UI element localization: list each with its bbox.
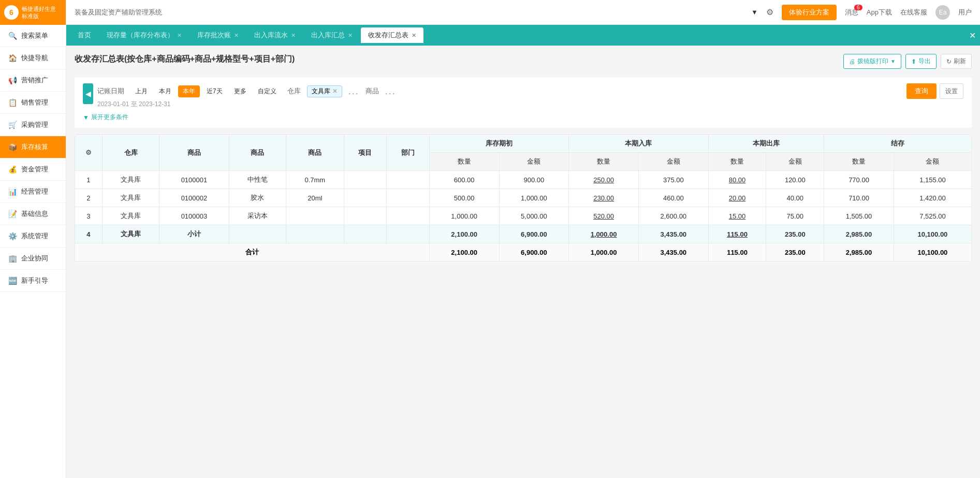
online-service-btn[interactable]: 在线客服 bbox=[900, 8, 927, 17]
row1-in-amt: 375.00 bbox=[638, 171, 708, 189]
app-download-btn[interactable]: App下载 bbox=[867, 8, 892, 17]
tab-home[interactable]: 首页 bbox=[70, 27, 98, 43]
row3-open-qty: 1,000.00 bbox=[429, 207, 499, 225]
sidebar-item-inventory[interactable]: 📦 库存核算 bbox=[0, 136, 66, 158]
tab-recv-send-summary[interactable]: 收发存汇总表 ✕ bbox=[361, 27, 423, 43]
row3-department bbox=[387, 207, 430, 225]
col-open-amt: 金额 bbox=[499, 153, 569, 171]
tab-batch-accounts-label: 库存批次账 bbox=[197, 31, 231, 40]
warehouse-label: 仓库 bbox=[287, 86, 301, 96]
expand-btn[interactable]: ▼ 展开更多条件 bbox=[83, 113, 963, 122]
sidebar-item-quicknav[interactable]: 🏠 快捷导航 bbox=[0, 47, 66, 69]
tab-close-icon[interactable]: ✕ bbox=[177, 32, 182, 39]
tab-inout-flow[interactable]: 出入库流水 ✕ bbox=[247, 27, 303, 43]
sidebar-item-search[interactable]: 🔍 搜索菜单 bbox=[0, 25, 66, 47]
date-btn-custom[interactable]: 自定义 bbox=[253, 85, 281, 97]
row2-open-qty: 500.00 bbox=[429, 189, 499, 207]
filter-row: 记账日期 上月 本月 本年 近7天 更多 自定义 仓库 文具库 ✕ bbox=[97, 83, 963, 99]
tab-batch-accounts[interactable]: 库存批次账 ✕ bbox=[190, 27, 246, 43]
subtotal-open-qty: 2,100.00 bbox=[429, 225, 499, 243]
row1-close-qty: 770.00 bbox=[824, 171, 894, 189]
row1-goods-name: 中性笔 bbox=[229, 171, 286, 189]
guide-icon: 🆕 bbox=[8, 277, 17, 285]
col-project: 项目 bbox=[344, 135, 387, 171]
row1-in-qty[interactable]: 250.00 bbox=[569, 171, 639, 189]
sidebar-item-operation[interactable]: 📊 经营管理 bbox=[0, 181, 66, 203]
tab-close-icon[interactable]: ✕ bbox=[291, 32, 296, 39]
date-btn-7days[interactable]: 近7天 bbox=[202, 85, 227, 97]
date-btn-this-month[interactable]: 本月 bbox=[154, 85, 176, 97]
sidebar-item-label: 基础信息 bbox=[21, 209, 48, 219]
sidebar-item-system[interactable]: ⚙️ 系统管理 bbox=[0, 225, 66, 248]
sidebar-item-basic[interactable]: 📝 基础信息 bbox=[0, 203, 66, 225]
print-btn[interactable]: 🖨 拨镜版打印 ▼ bbox=[843, 54, 901, 69]
goods-ellipsis[interactable]: ... bbox=[385, 86, 396, 97]
date-label: 记账日期 bbox=[97, 86, 124, 96]
tab-inout-summary-label: 出入库汇总 bbox=[311, 31, 345, 40]
topbar-settings-icon[interactable]: ⚙ bbox=[766, 7, 773, 17]
topbar-dropdown[interactable]: ▼ bbox=[751, 8, 758, 16]
row2-out-qty[interactable]: 20.00 bbox=[708, 189, 766, 207]
row3-out-qty[interactable]: 15.00 bbox=[708, 207, 766, 225]
tabs-close-all-btn[interactable]: ✕ bbox=[969, 31, 976, 40]
col-out-amt: 金额 bbox=[766, 153, 824, 171]
sidebar-item-enterprise[interactable]: 🏢 企业协同 bbox=[0, 248, 66, 270]
sidebar-item-finance[interactable]: 💰 资金管理 bbox=[0, 158, 66, 181]
finance-icon: 💰 bbox=[8, 165, 17, 173]
col-close-amt: 金额 bbox=[894, 153, 971, 171]
row1-goods-spec: 0.7mm bbox=[286, 171, 344, 189]
settings-btn[interactable]: 设置 bbox=[940, 83, 963, 99]
col-close-qty: 数量 bbox=[824, 153, 894, 171]
export-btn[interactable]: ⬆ 导出 bbox=[905, 54, 937, 69]
row3-in-qty[interactable]: 520.00 bbox=[569, 207, 639, 225]
table-row: 2 文具库 0100002 胶水 20ml 500.00 1,000.00 23… bbox=[75, 189, 972, 207]
tab-inout-summary[interactable]: 出入库汇总 ✕ bbox=[304, 27, 360, 43]
sidebar-item-purchase[interactable]: 🛒 采购管理 bbox=[0, 114, 66, 136]
experience-btn[interactable]: 体验行业方案 bbox=[782, 5, 837, 20]
query-btn[interactable]: 查询 bbox=[906, 83, 937, 99]
row2-department bbox=[387, 189, 430, 207]
sidebar-item-sales[interactable]: 📋 销售管理 bbox=[0, 92, 66, 114]
row3-close-amt: 7,525.00 bbox=[894, 207, 971, 225]
total-open-qty: 2,100.00 bbox=[429, 243, 499, 262]
sidebar-item-guide[interactable]: 🆕 新手引导 bbox=[0, 270, 66, 292]
subtotal-close-amt: 10,100.00 bbox=[894, 225, 971, 243]
col-settings[interactable]: ⚙ bbox=[75, 135, 103, 171]
total-in-qty: 1,000.00 bbox=[569, 243, 639, 262]
warehouse-ellipsis[interactable]: ... bbox=[348, 86, 359, 97]
tab-inventory-distribution[interactable]: 现存量（库存分布表） ✕ bbox=[99, 27, 189, 43]
date-btn-last-month[interactable]: 上月 bbox=[130, 85, 152, 97]
topbar-right: 消息 6 App下载 在线客服 Ea 用户 bbox=[845, 5, 972, 20]
sidebar-item-label: 搜索菜单 bbox=[21, 31, 48, 40]
table-row: 1 文具库 0100001 中性笔 0.7mm 600.00 900.00 25… bbox=[75, 171, 972, 189]
refresh-btn[interactable]: ↻ 刷新 bbox=[941, 54, 972, 69]
subtotal-in-qty[interactable]: 1,000.00 bbox=[569, 225, 639, 243]
logo-icon: 6 bbox=[4, 5, 19, 20]
row2-goods-name: 胶水 bbox=[229, 189, 286, 207]
content: 收发存汇总表(按仓库+商品编码+商品+规格型号+项目+部门) 🖨 拨镜版打印 ▼… bbox=[66, 46, 980, 478]
row2-in-amt: 460.00 bbox=[638, 189, 708, 207]
warehouse-tag-close-icon[interactable]: ✕ bbox=[332, 88, 338, 95]
row1-open-qty: 600.00 bbox=[429, 171, 499, 189]
row1-out-qty[interactable]: 80.00 bbox=[708, 171, 766, 189]
sidebar-item-marketing[interactable]: 📢 营销推广 bbox=[0, 69, 66, 92]
avatar[interactable]: Ea bbox=[935, 5, 950, 20]
message-btn[interactable]: 消息 6 bbox=[845, 8, 858, 17]
date-btn-this-year[interactable]: 本年 bbox=[178, 85, 200, 97]
total-out-amt: 235.00 bbox=[766, 243, 824, 262]
tab-close-icon[interactable]: ✕ bbox=[412, 32, 416, 39]
filter-collapse-btn[interactable]: ◀ bbox=[83, 83, 93, 104]
tab-close-icon[interactable]: ✕ bbox=[234, 32, 239, 39]
topbar: 装备及固定资产辅助管理系统 ▼ ⚙ 体验行业方案 消息 6 App下载 在线客服… bbox=[66, 0, 980, 25]
tab-close-icon[interactable]: ✕ bbox=[348, 32, 353, 39]
subtotal-out-qty[interactable]: 115.00 bbox=[708, 225, 766, 243]
row2-in-qty[interactable]: 230.00 bbox=[569, 189, 639, 207]
row1-warehouse: 文具库 bbox=[102, 171, 159, 189]
col-out: 本期出库 bbox=[708, 135, 824, 153]
system-icon: ⚙️ bbox=[8, 232, 17, 240]
row3-open-amt: 5,000.00 bbox=[499, 207, 569, 225]
row2-close-amt: 1,420.00 bbox=[894, 189, 971, 207]
total-close-amt: 10,100.00 bbox=[894, 243, 971, 262]
date-btn-more[interactable]: 更多 bbox=[229, 85, 251, 97]
col-opening: 库存期初 bbox=[429, 135, 568, 153]
